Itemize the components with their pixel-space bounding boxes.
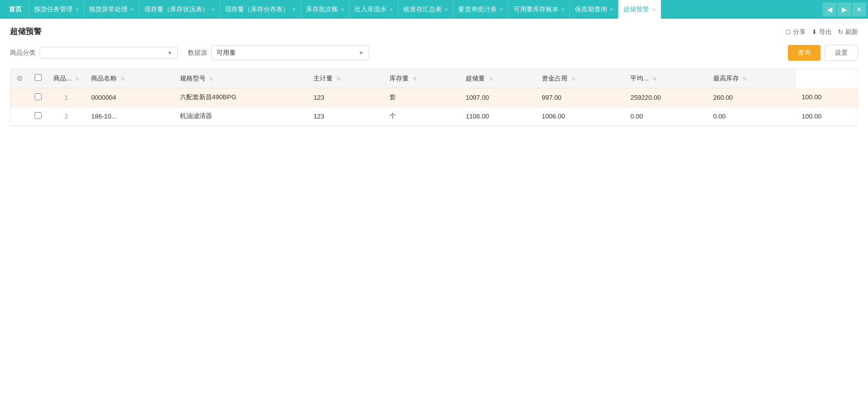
sort-icon: ⇅ [652, 76, 656, 81]
header-actions: ⬡ 分享 ⬇ 导出 ↻ 刷新 [785, 28, 858, 37]
tab-inout-flow[interactable]: 出入库流水 × [349, 0, 398, 19]
sort-icon: ⇅ [337, 76, 341, 81]
row-code: 0000004 [85, 88, 174, 107]
data-table: ⚙ 商品... ⇅ 商品名称 ⇅ 规格型号 ⇅ [10, 69, 858, 126]
row-spec: 123 [307, 107, 384, 125]
filter-area: 商品分类 ▼ 数据源 可用量 ▼ 查询 设置 [10, 45, 858, 61]
row-max-stock: 100.00 [796, 107, 858, 125]
table-row: 1 0000004 六配套新昌490BPG 123 套 1097.00 997.… [10, 88, 858, 107]
topbar-nav-controls: ◀ ▶ ✕ [822, 2, 866, 16]
category-label: 商品分类 [10, 48, 36, 57]
row-index: 1 [47, 88, 85, 107]
select-all-checkbox[interactable] [35, 74, 42, 81]
tab-batch-account[interactable]: 库存批次账 × [301, 0, 349, 19]
row-stock: 1106.00 [460, 107, 536, 125]
sort-icon: ⇅ [571, 76, 575, 81]
refresh-button[interactable]: ↻ 刷新 [838, 28, 858, 37]
close-icon[interactable]: × [76, 6, 79, 12]
close-icon[interactable]: × [341, 6, 344, 12]
gear-icon[interactable]: ⚙ [16, 74, 23, 82]
tab-shelf-life[interactable]: 保质期查询 × [570, 0, 618, 19]
col-capital[interactable]: 资金占用 ⇅ [536, 69, 624, 88]
col-name[interactable]: 商品名称 ⇅ [85, 69, 174, 88]
chevron-down-icon: ▼ [358, 50, 364, 56]
close-icon[interactable]: × [562, 6, 564, 12]
category-filter: 商品分类 ▼ [10, 47, 178, 59]
close-icon[interactable]: × [652, 6, 655, 12]
col-checkbox [29, 69, 47, 88]
row-checkbox-cell[interactable] [29, 88, 47, 107]
datasource-label: 数据源 [188, 48, 207, 57]
settings-button[interactable]: 设置 [825, 45, 858, 61]
row-code: 186-10... [85, 107, 174, 125]
row-overstock: 997.00 [536, 88, 624, 107]
query-button[interactable]: 查询 [788, 45, 821, 61]
tab-usable-account[interactable]: 可用量库存账本 × [509, 0, 570, 19]
row-checkbox[interactable] [35, 93, 42, 100]
nav-next-button[interactable]: ▶ [837, 2, 851, 16]
refresh-icon: ↻ [838, 28, 843, 36]
datasource-filter: 数据源 可用量 ▼ [188, 45, 369, 60]
sort-icon: ⇅ [75, 76, 79, 81]
row-avg: 260.00 [707, 88, 796, 107]
table-container: ⚙ 商品... ⇅ 商品名称 ⇅ 规格型号 ⇅ [10, 69, 858, 126]
tab-overstock[interactable]: 超储预警 × [618, 0, 660, 19]
tab-pick-task[interactable]: 拣货任务管理 × [29, 0, 84, 19]
row-settings-cell [10, 88, 29, 107]
close-icon[interactable]: × [445, 6, 448, 12]
row-name: 六配套新昌490BPG [174, 88, 307, 107]
sort-icon: ⇅ [121, 76, 125, 81]
col-avg[interactable]: 平均... ⇅ [624, 69, 707, 88]
close-icon[interactable]: × [610, 6, 613, 12]
close-icon[interactable]: × [130, 6, 133, 12]
row-unit: 套 [384, 88, 460, 107]
share-button[interactable]: ⬡ 分享 [785, 28, 806, 37]
topbar: 首页 拣货任务管理 × 拣货异常处理 × 现存量（库存状况表） × 现存量（库存… [0, 0, 868, 19]
export-button[interactable]: ⬇ 导出 [812, 28, 832, 37]
row-settings-cell [10, 107, 29, 125]
col-overstock[interactable]: 超储量 ⇅ [460, 69, 536, 88]
close-icon[interactable]: × [500, 6, 503, 12]
table-header-row: ⚙ 商品... ⇅ 商品名称 ⇅ 规格型号 ⇅ [10, 69, 858, 88]
tab-inventory-dist[interactable]: 现存量（库存分布表） × [220, 0, 301, 19]
row-overstock: 1006.00 [536, 107, 624, 125]
page-header: 超储预警 ⬡ 分享 ⬇ 导出 ↻ 刷新 [10, 27, 858, 37]
table-body: 1 0000004 六配套新昌490BPG 123 套 1097.00 997.… [10, 88, 858, 125]
filter-actions: 查询 设置 [788, 45, 858, 61]
row-spec: 123 [307, 88, 384, 107]
sort-icon: ⇅ [413, 76, 417, 81]
close-icon[interactable]: × [390, 6, 392, 12]
col-unit[interactable]: 主计量 ⇅ [307, 69, 384, 88]
col-settings: ⚙ [10, 69, 29, 88]
col-stock[interactable]: 库存量 ⇅ [384, 69, 460, 88]
tab-inventory-status[interactable]: 现存量（库存状况表） × [139, 0, 220, 19]
page-container: 超储预警 ⬡ 分享 ⬇ 导出 ↻ 刷新 商品分类 ▼ 数据源 [0, 19, 868, 134]
table-row: 2 186-10... 机油滤清器 123 个 1106.00 1006.00 … [10, 107, 858, 125]
nav-prev-button[interactable]: ◀ [823, 2, 836, 16]
row-checkbox-cell[interactable] [29, 107, 47, 125]
nav-close-button[interactable]: ✕ [852, 2, 866, 16]
row-capital: 259220.00 [624, 88, 707, 107]
tab-demand-stats[interactable]: 要货单统计表 × [453, 0, 508, 19]
col-spec[interactable]: 规格型号 ⇅ [174, 69, 307, 88]
page-title: 超储预警 [10, 27, 42, 37]
close-icon[interactable]: × [212, 6, 215, 12]
row-name: 机油滤清器 [174, 107, 307, 125]
tab-summary[interactable]: 收发存汇总表 × [398, 0, 453, 19]
tab-pick-exception[interactable]: 拣货异常处理 × [84, 0, 139, 19]
row-max-stock: 100.00 [796, 88, 858, 107]
datasource-select[interactable]: 可用量 ▼ [211, 45, 369, 60]
sort-icon: ⇅ [489, 76, 493, 81]
datasource-value: 可用量 [217, 48, 236, 57]
category-select[interactable]: ▼ [40, 47, 178, 59]
row-avg: 0.00 [707, 107, 796, 125]
sort-icon: ⇅ [209, 76, 213, 81]
close-icon[interactable]: × [292, 6, 295, 12]
row-stock: 1097.00 [460, 88, 536, 107]
row-checkbox[interactable] [35, 112, 42, 119]
row-unit: 个 [384, 107, 460, 125]
row-capital: 0.00 [624, 107, 707, 125]
col-max-stock[interactable]: 最高库存 ⇅ [707, 69, 796, 88]
tab-home[interactable]: 首页 [2, 0, 29, 19]
col-code[interactable]: 商品... ⇅ [47, 69, 85, 88]
